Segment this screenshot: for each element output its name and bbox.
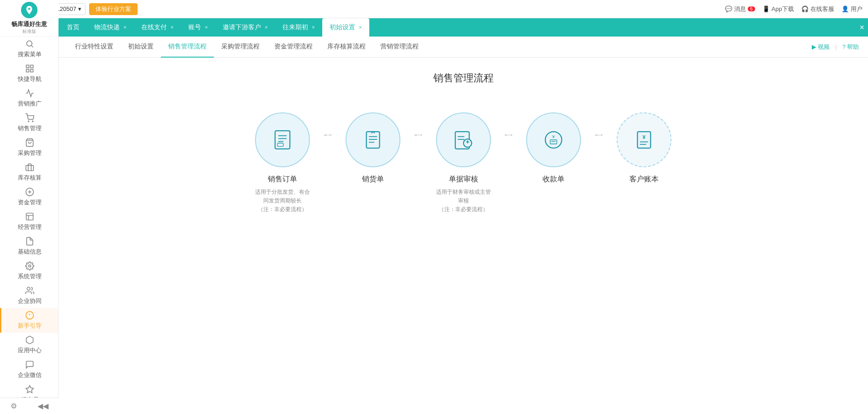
svg-line-1: [32, 46, 33, 48]
sidebar-item-guide[interactable]: 新手引导: [0, 308, 58, 333]
sidebar-item-cooperation[interactable]: 企业协同: [0, 283, 58, 308]
user-menu-item[interactable]: 👤 用户: [841, 5, 863, 13]
svg-point-14: [29, 265, 31, 267]
sidebar-item-system[interactable]: 系统管理: [0, 259, 58, 283]
message-item[interactable]: 💬 消息 6: [725, 5, 755, 13]
sidebar: 搜索菜单 快捷导航 营销推广 销售管理 采购管理 库存核算 资金管理 经营管理 …: [0, 37, 59, 398]
subtab-finance-flow-label: 资金管理流程: [274, 42, 313, 51]
svg-point-7: [32, 121, 33, 122]
subtab-industry[interactable]: 行业特性设置: [68, 37, 121, 58]
top-bar-right: 💬 消息 6 📱 App下载 🎧 在线客服 👤 用户: [725, 5, 863, 13]
tab-payment[interactable]: 在线支付×: [134, 18, 181, 37]
message-badge: 6: [748, 6, 755, 11]
service-icon: 🎧: [801, 5, 809, 12]
sidebar-item-purchase[interactable]: 采购管理: [0, 135, 58, 160]
tab-home[interactable]: 首页: [59, 18, 87, 37]
flow-circle-receipt: ¥: [526, 112, 581, 167]
tab-init-close[interactable]: ×: [359, 24, 362, 31]
sidebar-item-cooperation-label: 企业协同: [18, 297, 42, 305]
logo-icon: [21, 2, 37, 18]
settings-icon[interactable]: ⚙: [11, 402, 17, 410]
flow-step-account-title: 客户账本: [629, 175, 659, 184]
sidebar-item-operation[interactable]: 经营管理: [0, 209, 58, 234]
flow-step-audit-desc: 适用于财务审核或主管审核（注：非必要流程）: [434, 188, 493, 214]
app-label: App下载: [772, 5, 794, 13]
sidebar-item-system-label: 系统管理: [18, 272, 42, 281]
sidebar-item-wechat[interactable]: 企业微信: [0, 357, 58, 382]
sidebar-item-operation-label: 经营管理: [18, 223, 42, 231]
close-all-tabs[interactable]: ×: [859, 23, 864, 32]
subtab-finance-flow[interactable]: 资金管理流程: [267, 37, 320, 58]
svg-rect-5: [31, 69, 33, 72]
flow-step-sales-order: 销售订单 适用于分批发货、有合同发货周期较长（注：非必要流程）: [237, 112, 328, 214]
tab-period-close[interactable]: ×: [312, 24, 315, 31]
flow-diagram: 销售订单 适用于分批发货、有合同发货周期较长（注：非必要流程） --→: [68, 112, 859, 214]
sidebar-item-quicknav-label: 快捷导航: [18, 75, 42, 83]
tab-account-label: 账号: [188, 23, 201, 32]
sidebar-item-inventory-label: 库存核算: [18, 174, 42, 182]
flow-circle-delivery: [346, 112, 400, 167]
tab-invite[interactable]: 邀请下游客户×: [215, 18, 275, 37]
message-icon: 💬: [725, 5, 732, 12]
app-download-item[interactable]: 📱 App下载: [762, 5, 794, 13]
subtab-sales-flow[interactable]: 销售管理流程: [161, 37, 214, 58]
avatar-icon: 👤: [841, 5, 849, 12]
tab-payment-close[interactable]: ×: [170, 24, 174, 31]
flow-circle-account: ¥: [617, 112, 671, 167]
subtab-purchase-flow-label: 采购管理流程: [221, 42, 260, 51]
subtab-sales-flow-label: 销售管理流程: [168, 42, 207, 51]
sidebar-item-finance-label: 资金管理: [18, 198, 42, 207]
tab-period[interactable]: 往来期初×: [275, 18, 322, 37]
tab-account[interactable]: 账号×: [181, 18, 215, 37]
sidebar-item-sales[interactable]: 销售管理: [0, 111, 58, 135]
subtab-inventory-flow[interactable]: 库存核算流程: [320, 37, 373, 58]
tab-home-label: 首页: [67, 23, 80, 32]
tab-invite-close[interactable]: ×: [265, 24, 268, 31]
video-link[interactable]: ▶ 视频: [812, 43, 830, 51]
sidebar-item-purchase-label: 采购管理: [18, 149, 42, 157]
logo-sub: 标准版: [22, 28, 36, 35]
user-menu-label: 用户: [851, 5, 863, 13]
collapse-icon[interactable]: ◀◀: [37, 402, 48, 410]
service-item[interactable]: 🎧 在线客服: [801, 5, 834, 13]
flow-step-delivery: 销货单: [327, 112, 419, 188]
flow-step-account: ¥ 客户账本: [598, 112, 690, 188]
sidebar-item-basic[interactable]: 基础信息: [0, 234, 58, 259]
divider: |: [835, 43, 836, 50]
main-content: 行业特性设置 初始设置 销售管理流程 采购管理流程 资金管理流程 库存核算流程 …: [59, 37, 868, 414]
video-icon: ▶: [812, 43, 816, 50]
sub-tabs-right: ▶ 视频 | ? 帮助: [812, 43, 859, 51]
tab-init[interactable]: 初始设置×: [322, 18, 369, 37]
sub-tabs: 行业特性设置 初始设置 销售管理流程 采购管理流程 资金管理流程 库存核算流程 …: [59, 37, 868, 58]
svg-marker-17: [26, 386, 34, 393]
sidebar-item-marketing[interactable]: 营销推广: [0, 86, 58, 111]
sidebar-item-quicknav[interactable]: 快捷导航: [0, 61, 58, 86]
sidebar-item-inventory[interactable]: 库存核算: [0, 160, 58, 185]
tab-logistics-close[interactable]: ×: [123, 24, 127, 31]
subtab-init[interactable]: 初始设置: [121, 37, 161, 58]
video-label: 视频: [818, 43, 830, 51]
sidebar-item-member[interactable]: 畅会员: [0, 382, 58, 398]
subtab-marketing-flow[interactable]: 营销管理流程: [373, 37, 426, 58]
message-label: 消息: [734, 5, 746, 13]
tab-period-label: 往来期初: [282, 23, 308, 32]
sidebar-item-apps[interactable]: 应用中心: [0, 333, 58, 357]
svg-text:¥: ¥: [552, 134, 555, 139]
sidebar-item-finance[interactable]: 资金管理: [0, 185, 58, 209]
trial-button[interactable]: 体验行业方案: [89, 3, 138, 15]
tab-account-close[interactable]: ×: [205, 24, 208, 31]
help-link[interactable]: ? 帮助: [842, 43, 859, 51]
sidebar-bottom: ⚙ ◀◀: [0, 398, 59, 414]
sidebar-item-guide-label: 新手引导: [18, 322, 42, 330]
sidebar-item-search[interactable]: 搜索菜单: [0, 37, 58, 61]
nav-tabs: 首页 物流快递× 在线支付× 账号× 邀请下游客户× 往来期初× 初始设置× ×: [0, 18, 868, 37]
help-icon: ?: [842, 43, 846, 50]
svg-rect-3: [31, 65, 33, 68]
subtab-purchase-flow[interactable]: 采购管理流程: [214, 37, 267, 58]
svg-rect-4: [27, 69, 29, 72]
sidebar-item-sales-label: 销售管理: [18, 124, 42, 133]
tab-logistics[interactable]: 物流快递×: [87, 18, 134, 37]
sidebar-item-marketing-label: 营销推广: [18, 100, 42, 108]
svg-point-0: [27, 41, 32, 46]
tab-init-label: 初始设置: [330, 23, 355, 32]
